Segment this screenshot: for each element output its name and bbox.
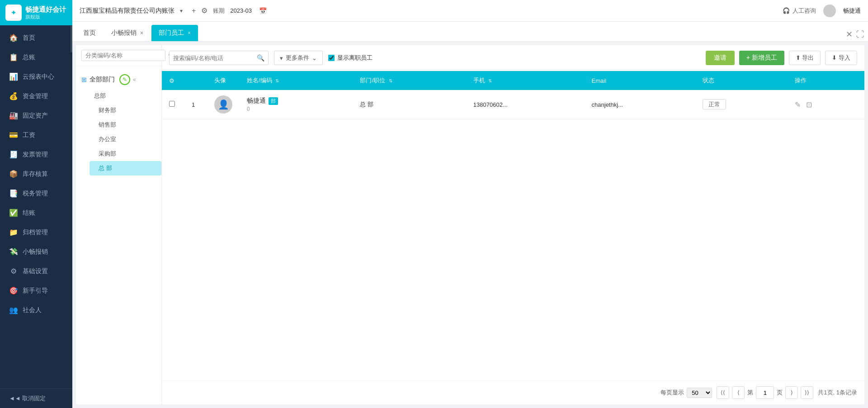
dept-item-purchase[interactable]: 采购部 [90,147,161,161]
calendar-icon[interactable]: 📅 [259,7,267,14]
import-button[interactable]: ⬇ 导入 [825,51,857,65]
tab-dept-staff[interactable]: 部门员工 × [151,25,198,41]
sidebar-item-inventory[interactable]: 📦 库存核算 [0,164,72,184]
sidebar-item-social[interactable]: 👥 社会人 [0,300,72,320]
dept-item-general[interactable]: 总 部 [90,161,161,176]
more-filter-button[interactable]: ▾ 更多条件 ⌄ [274,51,323,65]
avatar [823,5,836,17]
phone-sort-icon: ⇅ [488,78,492,83]
filter-label: 更多条件 [286,54,309,62]
dept-item-finance[interactable]: 财务部 [90,103,161,118]
maximize-icon[interactable]: ⛶ [856,30,864,39]
tab-dept-staff-close[interactable]: × [188,30,191,36]
expense-icon: 💸 [9,247,18,256]
sidebar-nav: 🏠 首页 📋 总账 📊 云报表中心 💰 资金管理 🏭 固定资产 💳 工资 🧾 发… [0,25,72,389]
per-page-dropdown[interactable]: 50 20 100 [687,388,712,398]
last-page-button[interactable]: ⟩⟩ [801,386,813,399]
sidebar-label-reports: 云报表中心 [23,73,54,81]
archive-icon: 📁 [9,228,18,237]
table-row: 1 👤 畅捷通 部 [162,90,864,119]
dept-item-office[interactable]: 办公室 [90,132,161,147]
page-label: 第 [747,389,753,397]
logo-text-block: 畅捷通好会计 旗舰版 [25,5,66,20]
sidebar-label-settings: 基础设置 [23,267,48,275]
th-dept[interactable]: 部门/职位 ⇅ [353,71,466,90]
tab-home-label: 首页 [83,29,96,37]
edit-employee-button[interactable]: ✎ [795,100,801,109]
sidebar-item-home[interactable]: 🏠 首页 [0,28,72,47]
guide-icon: 🎯 [9,286,18,295]
sidebar-item-expense[interactable]: 💸 小畅报销 [0,242,72,261]
consultation-button[interactable]: 🎧 人工咨询 [783,7,816,15]
payroll-icon: 💳 [9,131,18,139]
next-page-button[interactable]: ⟩ [785,386,798,399]
all-dept-item[interactable]: ⊞ 全部部门 ✎ « [76,71,161,89]
sidebar-item-close[interactable]: ✅ 结账 [0,203,72,223]
sidebar-item-fixed-assets[interactable]: 🏭 固定资产 [0,106,72,125]
th-name[interactable]: 姓名/编码 ⇅ [240,71,353,90]
th-avatar: 头像 [207,71,240,90]
employee-search-icon[interactable]: 🔍 [257,54,264,62]
filter-icon: ▾ [280,55,283,62]
dept-edit-button[interactable]: ✎ [119,74,130,85]
add-employee-button[interactable]: + 新增员工 [739,51,784,65]
invite-button[interactable]: 邀请 [706,51,735,65]
employee-search-box: 🔍 [169,51,269,65]
tab-expense-close[interactable]: × [140,30,143,36]
inventory-icon: 📦 [9,170,18,178]
prev-page-button[interactable]: ⟨ [732,386,745,399]
employee-avatar: 👤 [214,95,232,114]
employee-toolbar: 🔍 ▾ 更多条件 ⌄ 显示离职员工 邀请 + 新增员工 ⬆ 导出 ⬇ 导入 [162,45,864,71]
employee-search-input[interactable] [173,55,257,62]
dept-item-headquarters[interactable]: 总部 [85,89,161,103]
show-resigned-input[interactable] [328,55,335,61]
dept-panel: 🔍 ⊞ 全部部门 ✎ « 总部 财务部 [76,45,162,404]
employee-code: 0 [247,106,345,112]
sidebar-label-payroll: 工资 [23,131,35,139]
sidebar-scrollbar[interactable] [71,25,72,52]
sidebar-item-settings[interactable]: ⚙ 基础设置 [0,261,72,281]
company-dropdown-icon[interactable]: ▾ [180,8,183,14]
sidebar-item-tax[interactable]: 📑 税务管理 [0,184,72,203]
settings-button[interactable]: ⚙ [201,6,208,15]
first-page-button[interactable]: ⟨⟨ [717,386,729,399]
unpin-button[interactable]: ◄◄ 取消固定 [0,389,72,408]
tab-home[interactable]: 首页 [76,25,103,41]
page-input[interactable] [756,386,774,399]
close-all-icon[interactable]: ✕ [846,29,853,39]
row-checkbox[interactable] [162,90,184,119]
sidebar-label-close: 结账 [23,209,35,217]
sidebar-item-archive[interactable]: 📁 归档管理 [0,223,72,242]
headset-icon: 🎧 [783,7,790,14]
sidebar-item-invoice[interactable]: 🧾 发票管理 [0,145,72,164]
sidebar-item-payroll[interactable]: 💳 工资 [0,125,72,145]
row-select-checkbox[interactable] [169,101,175,107]
row-avatar: 👤 [207,90,240,119]
app-sub: 旗舰版 [25,14,66,20]
sidebar-item-reports[interactable]: 📊 云报表中心 [0,67,72,86]
sidebar-label-fixed-assets: 固定资产 [23,112,48,120]
row-index: 1 [184,90,207,119]
th-settings[interactable]: ⚙ [162,71,184,90]
sidebar-item-general-ledger[interactable]: 📋 总账 [0,47,72,67]
th-action: 操作 [788,71,864,90]
app-name: 畅捷通好会计 [25,5,66,14]
export-button[interactable]: ⬆ 导出 [789,51,821,65]
name-row: 畅捷通 部 [247,97,345,105]
dept-search-input[interactable] [81,50,165,61]
dept-item-sales[interactable]: 销售部 [90,118,161,132]
dept-collapse-icon[interactable]: « [133,76,136,83]
sidebar-item-guide[interactable]: 🎯 新手引导 [0,281,72,300]
row-name-code: 畅捷通 部 0 [240,90,353,119]
tab-expense[interactable]: 小畅报销 × [104,25,151,41]
page-nav: ⟨⟨ ⟨ 第 页 ⟩ ⟩⟩ [717,386,813,399]
assets-icon: 🏭 [9,111,18,120]
sidebar-item-fund[interactable]: 💰 资金管理 [0,86,72,106]
row-email: chanjethkj... [585,90,696,119]
show-resigned-checkbox[interactable]: 显示离职员工 [328,54,373,62]
exit-employee-button[interactable]: ⊡ [806,100,812,109]
total-info: 共1页, 1条记录 [818,389,857,397]
dept-sub-group: 财务部 销售部 办公室 采购部 总 部 [85,103,161,176]
th-phone[interactable]: 手机 ⇅ [466,71,585,90]
add-company-button[interactable]: + [192,7,196,15]
